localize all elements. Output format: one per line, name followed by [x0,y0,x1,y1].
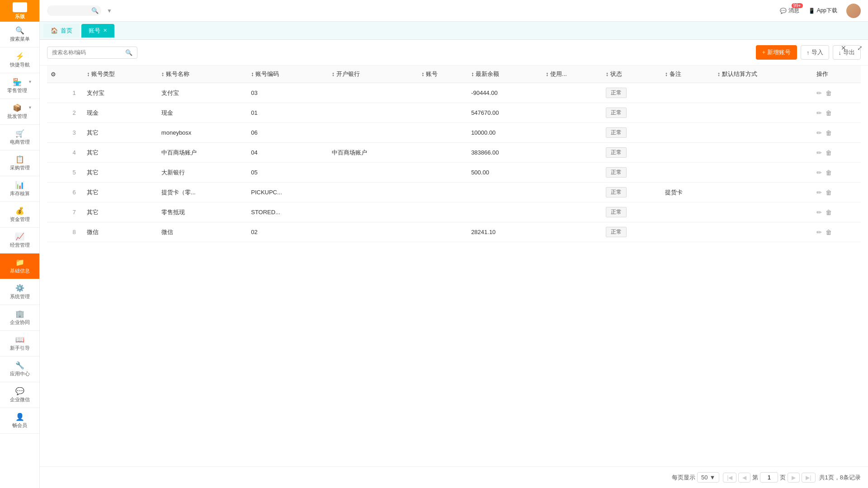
pagination: 每页显示 50 ▼ |◀ ◀ 第 页 ▶ ▶| 共1页，8条记录 [40,466,868,488]
current-page-input[interactable] [760,472,778,483]
sidebar-item-quick-nav[interactable]: ⚡ 快捷导航 [0,47,39,73]
row-remark-cell [661,83,714,103]
account-search-box[interactable]: 🔍 [47,47,137,59]
page-size-dropdown[interactable]: 50 ▼ [697,472,719,483]
close-window-button[interactable]: ✕ [835,40,852,56]
col-status[interactable]: ↕ 状态 [602,66,661,83]
row-usage-cell [542,202,602,222]
page-end-label: 页 [780,474,786,482]
delete-icon[interactable]: 🗑 [826,189,832,196]
edit-icon[interactable]: ✏ [816,109,822,117]
edit-icon[interactable]: ✏ [816,89,822,97]
sidebar-item-member[interactable]: 👤 畅会员 [0,408,39,434]
sidebar-item-ecommerce[interactable]: 🛒 电商管理 [0,125,39,150]
delete-icon[interactable]: 🗑 [826,129,832,136]
row-type-cell: 其它 [83,123,158,143]
top-search-icon: 🔍 [91,7,99,14]
row-num-cell: 2 [65,103,83,123]
mobile-icon: 📱 [808,8,815,14]
edit-icon[interactable]: ✏ [816,169,822,176]
edit-icon[interactable]: ✏ [816,209,822,216]
row-config-cell [47,222,65,242]
col-code[interactable]: ↕ 账号编码 [247,66,328,83]
message-badge: 99+ [792,3,803,8]
account-search-input[interactable] [52,49,123,56]
sidebar-item-operations[interactable]: 📈 经营管理 [0,228,39,253]
row-config-cell [47,202,65,222]
row-num-cell: 7 [65,202,83,222]
row-usage-cell [542,222,602,242]
tab-account[interactable]: 账号 ✕ [81,24,114,38]
sidebar-label-purchase: 采购管理 [10,164,30,171]
col-usage[interactable]: ↕ 使用... [542,66,602,83]
row-bank-cell [328,83,418,103]
sidebar-item-enterprise-wechat[interactable]: 💬 企业微信 [0,382,39,408]
col-config[interactable]: ⚙ [47,66,65,83]
status-badge: 正常 [606,127,627,138]
status-badge: 正常 [606,187,627,197]
sidebar-item-search-menu[interactable]: 🔍 搜索菜单 [0,22,39,47]
tab-close-icon[interactable]: ✕ [103,28,107,33]
avatar[interactable] [846,4,861,18]
import-button[interactable]: ↑ 导入 [801,45,829,60]
delete-icon[interactable]: 🗑 [826,169,832,176]
sidebar-item-retail[interactable]: 🏪 零售管理 ▼ [0,73,39,99]
tab-bar: 🏠 首页 账号 ✕ [40,22,868,40]
col-bank[interactable]: ↕ 开户银行 [328,66,418,83]
col-default-settlement[interactable]: ↕ 默认结算方式 [714,66,813,83]
maximize-window-button[interactable]: ⤢ [852,40,868,56]
row-action-cell: ✏ 🗑 [813,103,861,123]
sidebar-item-wholesale[interactable]: 📦 批发管理 ▼ [0,99,39,125]
col-action: 操作 [813,66,861,83]
row-usage-cell [542,183,602,202]
delete-icon[interactable]: 🗑 [826,89,832,97]
col-remark[interactable]: ↕ 备注 [661,66,714,83]
row-account-cell [418,163,467,183]
edit-icon[interactable]: ✏ [816,149,822,156]
sidebar-item-app-center[interactable]: 🔧 应用中心 [0,357,39,382]
col-account[interactable]: ↕ 账号 [418,66,467,83]
row-balance-cell: 28241.10 [467,222,542,242]
row-balance-cell: 10000.00 [467,123,542,143]
col-type[interactable]: ↕ 账号类型 [83,66,158,83]
tab-home-icon: 🏠 [51,27,58,34]
col-name[interactable]: ↕ 账号名称 [158,66,247,83]
sidebar-item-guide[interactable]: 📖 新手引导 [0,331,39,357]
first-page-button[interactable]: |◀ [723,473,736,483]
row-status-cell: 正常 [602,183,661,202]
sidebar-item-system[interactable]: ⚙️ 系统管理 [0,279,39,305]
delete-icon[interactable]: 🗑 [826,109,832,117]
delete-icon[interactable]: 🗑 [826,209,832,216]
sidebar-item-inventory[interactable]: 📊 库存核算 [0,176,39,202]
import-label: 导入 [811,48,823,56]
sidebar-item-finance[interactable]: 💰 资金管理 [0,202,39,228]
edit-icon[interactable]: ✏ [816,189,822,196]
row-remark-cell [661,143,714,163]
sidebar-item-purchase[interactable]: 📋 采购管理 [0,150,39,176]
col-balance[interactable]: ↕ 最新余额 [467,66,542,83]
dropdown-arrow-icon[interactable]: ▼ [107,8,112,14]
add-account-button[interactable]: + 新增账号 [756,45,797,60]
next-page-button[interactable]: ▶ [788,473,800,483]
delete-icon[interactable]: 🗑 [826,149,832,156]
basic-info-icon: 📁 [15,258,24,267]
edit-icon[interactable]: ✏ [816,229,822,236]
top-search-input[interactable] [52,8,89,14]
edit-icon[interactable]: ✏ [816,129,822,136]
app-download-button[interactable]: 📱 App下载 [808,7,837,14]
tab-home[interactable]: 🏠 首页 [43,24,80,38]
sidebar-item-basic-info[interactable]: 📁 基础信息 [0,253,39,279]
sidebar-item-enterprise[interactable]: 🏢 企业协同 [0,305,39,331]
prev-page-button[interactable]: ◀ [738,473,750,483]
row-bank-cell [328,202,418,222]
row-action-cell: ✏ 🗑 [813,183,861,202]
row-name-cell: 现金 [158,103,247,123]
sidebar-label-app-center: 应用中心 [10,371,30,377]
sidebar-nav: 🔍 搜索菜单 ⚡ 快捷导航 🏪 零售管理 ▼ 📦 批发管理 ▼ 🛒 电商管理 [0,22,39,488]
row-balance-cell: 500.00 [467,163,542,183]
last-page-button[interactable]: ▶| [802,473,815,483]
top-search-box[interactable]: 🔍 [47,5,101,16]
delete-icon[interactable]: 🗑 [826,229,832,236]
message-button[interactable]: 💬 消息 99+ [780,7,799,14]
retail-icon: 🏪 [13,78,22,86]
